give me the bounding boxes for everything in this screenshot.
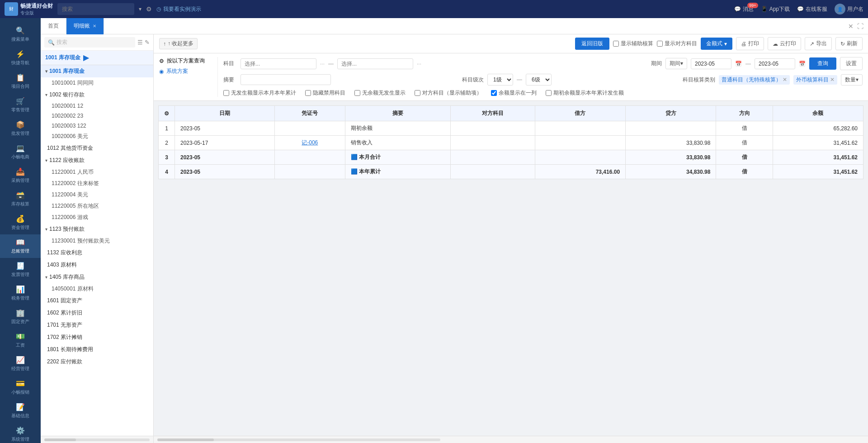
level-to-select[interactable]: 6级5级4级 (526, 74, 552, 86)
subject-input-2[interactable] (337, 58, 413, 69)
export-button[interactable]: ↗ 导出 (805, 37, 832, 50)
account-item-11220005[interactable]: 11220005 所在地区 (41, 200, 153, 212)
settings-button[interactable]: 设置 (840, 57, 863, 70)
account-item-11220004[interactable]: 11220004 美元 (41, 189, 153, 200)
message-button[interactable]: 💬 消息 99+ (734, 5, 754, 13)
checkbox-input-balance-in-one[interactable] (491, 90, 497, 96)
sidebar-item-ecommerce[interactable]: 💻小畅电商 (0, 140, 41, 164)
account-item-10020001[interactable]: 10020001 12 (41, 101, 153, 111)
app-download-button[interactable]: 📱 App下载 (761, 5, 790, 13)
sidebar-item-retail[interactable]: 🛒零售管理 (0, 93, 41, 117)
checkbox-no-amount[interactable]: 无发生额显示本月本年累计 (223, 89, 296, 97)
account-item-1001[interactable]: ▾1001 库存现金 (41, 65, 153, 77)
checkbox-opposite-subject[interactable]: 对方科目（显示辅助项） (415, 89, 482, 97)
sidebar-item-system[interactable]: ⚙️系统管理 (0, 423, 41, 443)
summary-input[interactable] (241, 74, 331, 85)
account-item-1002[interactable]: ▾1002 银行存款 (41, 89, 153, 101)
sidebar-item-salary[interactable]: 💵工资 (0, 329, 41, 352)
voucher-link-1[interactable]: 记-006 (302, 139, 318, 146)
checkbox-input-period-opening[interactable] (546, 90, 552, 96)
back-old-button[interactable]: 返回旧版 (575, 38, 609, 50)
calendar-icon-2[interactable]: 📅 (799, 61, 806, 67)
subject-input[interactable] (241, 58, 316, 69)
show-opposite-input[interactable] (657, 41, 663, 47)
expand-icon[interactable]: ⛶ (857, 23, 863, 30)
account-item-10020002[interactable]: 10020002 23 (41, 111, 153, 121)
sidebar-item-sales[interactable]: 💳小畅报销 (0, 376, 41, 399)
sidebar-item-purchase[interactable]: 📥采购管理 (0, 164, 41, 187)
more-button[interactable]: ↑ ↑ 收起更多 (159, 38, 198, 49)
forward-icon[interactable]: ▶ (83, 53, 89, 62)
account-item-2202[interactable]: 2202 应付账款 (41, 356, 153, 368)
account-item-1801[interactable]: 1801 长期待摊费用 (41, 343, 153, 356)
close-window-icon[interactable]: ✕ (848, 23, 854, 30)
sidebar-item-tax[interactable]: 📊税务管理 (0, 281, 41, 305)
sidebar-item-basic-info[interactable]: 📝基础信息 (0, 399, 41, 423)
checkbox-input-no-amount[interactable] (223, 90, 229, 96)
show-verify-checkbox[interactable]: 显示辅助核算 (613, 40, 653, 48)
close-tab-icon[interactable]: ✕ (93, 24, 96, 29)
account-item-1403[interactable]: 1403 原材料 (41, 259, 153, 271)
account-item-10010001[interactable]: 10010001 同同同 (41, 77, 153, 89)
account-item-11220006[interactable]: 11220006 游戏 (41, 212, 153, 223)
tag-remove-2[interactable]: ✕ (830, 76, 835, 83)
checkbox-no-balance[interactable]: 无余额无发生显示 (354, 89, 406, 97)
tab-home[interactable]: 首页 (41, 18, 66, 34)
checkbox-input-no-balance[interactable] (354, 90, 360, 96)
account-item-10020006[interactable]: 10020006 美元 (41, 131, 153, 142)
sidebar-item-inventory[interactable]: 🗃️库存核算 (0, 187, 41, 211)
calendar-icon-1[interactable]: 📅 (735, 61, 742, 67)
period-from-input[interactable] (691, 58, 731, 69)
account-item-11230001[interactable]: 11230001 预付账款美元 (41, 235, 153, 247)
show-verify-input[interactable] (613, 41, 619, 47)
checkbox-input-opposite-subject[interactable] (415, 90, 420, 96)
account-item-1012[interactable]: 1012 其他货币资金 (41, 142, 153, 154)
gear-icon[interactable]: ⚙ (146, 5, 152, 13)
account-item-1601[interactable]: 1601 固定资产 (41, 295, 153, 307)
tab-detail[interactable]: 明细账 ✕ (66, 18, 104, 34)
period-to-input[interactable] (755, 58, 795, 69)
bottom-scroll[interactable] (154, 436, 868, 443)
quantity-button[interactable]: 数量▾ (841, 74, 863, 86)
cloud-print-button[interactable]: ☁ 云打印 (768, 37, 801, 50)
account-item-1405[interactable]: ▾1405 库存商品 (41, 271, 153, 283)
account-item-1602[interactable]: 1602 累计折旧 (41, 307, 153, 319)
edit-icon[interactable]: ✎ (145, 39, 150, 46)
account-search-box[interactable]: 🔍 搜索 (44, 37, 135, 48)
checkbox-hide-disabled[interactable]: 隐藏禁用科目 (305, 89, 345, 97)
online-service-button[interactable]: 💬 在线客服 (797, 5, 827, 13)
selected-account[interactable]: 1001 库存现金 ▶ (41, 51, 153, 65)
checkbox-input-hide-disabled[interactable] (305, 90, 311, 96)
show-opposite-checkbox[interactable]: 显示对方科目 (657, 40, 697, 48)
sidebar-item-operations[interactable]: 📈经营管理 (0, 352, 41, 376)
amount-mode-button[interactable]: 金额式 ▾ (701, 38, 732, 50)
account-item-1702[interactable]: 1702 累计摊销 (41, 331, 153, 343)
checkbox-period-opening[interactable]: 期初余额显示本年累计发生额 (546, 89, 624, 97)
demo-link[interactable]: ◷ 我要看实例演示 (156, 5, 201, 13)
account-item-1701[interactable]: 1701 无形资产 (41, 319, 153, 331)
level-from-select[interactable]: 1级2级3级 (487, 74, 513, 86)
list-icon[interactable]: ☰ (137, 39, 143, 46)
dropdown-icon[interactable]: ▾ (139, 6, 142, 12)
refresh-button[interactable]: ↻ 刷新 (835, 37, 863, 50)
scheme-item[interactable]: ◉ 系统方案 (159, 67, 212, 75)
sidebar-item-fixed-asset[interactable]: 🏢固定资产 (0, 305, 41, 329)
period-type-button[interactable]: 期间▾ (665, 58, 687, 69)
user-profile[interactable]: 👤 用户名 (835, 4, 863, 14)
account-item-11220002[interactable]: 11220002 往来标签 (41, 178, 153, 189)
account-item-1132[interactable]: 1132 应收利息 (41, 247, 153, 259)
account-item-14050001[interactable]: 14050001 原材料 (41, 283, 153, 295)
top-search-input[interactable] (57, 3, 134, 15)
sidebar-item-quick-nav[interactable]: ⚡快捷导航 (0, 46, 41, 70)
row-voucher-1[interactable]: 记-006 (274, 136, 345, 150)
sidebar-item-invoice[interactable]: 🧾发票管理 (0, 258, 41, 281)
print-button[interactable]: 🖨 打印 (736, 37, 764, 50)
col-header-0[interactable]: ⚙ (159, 106, 175, 121)
sidebar-item-search[interactable]: 🔍搜索菜单 (0, 23, 41, 46)
tag-remove-1[interactable]: ✕ (783, 76, 787, 83)
sidebar-item-wholesale[interactable]: 📦批发管理 (0, 117, 41, 140)
account-item-10020003[interactable]: 10020003 122 (41, 121, 153, 131)
sidebar-item-project[interactable]: 📋项目合同 (0, 70, 41, 93)
sidebar-item-general-ledger[interactable]: 📖总账管理 (0, 234, 41, 258)
checkbox-balance-in-one[interactable]: 余额显示在一列 (491, 89, 537, 97)
